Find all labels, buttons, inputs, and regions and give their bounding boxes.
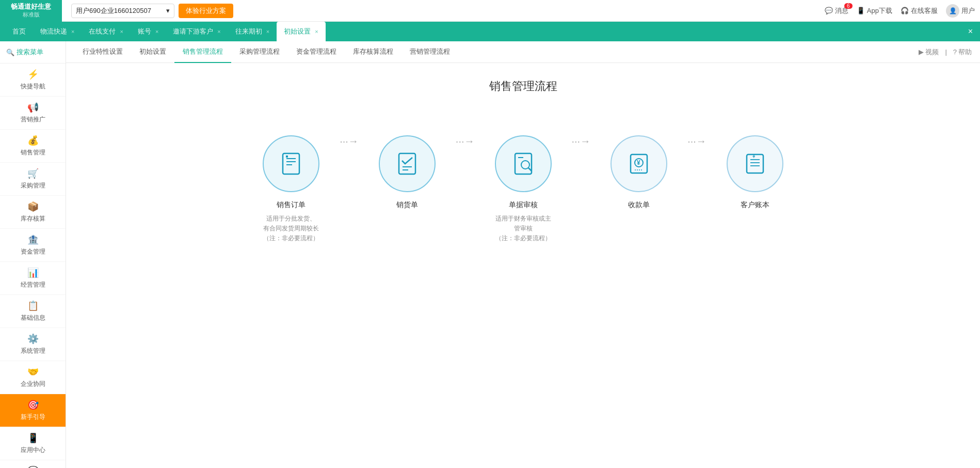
sidebar-item-collab[interactable]: 🤝 企业协同 [0, 361, 66, 394]
header-left: 畅通道好生意 标准版 用户690企业1660120507 ▾ 体验行业方案 [0, 0, 233, 22]
online-service-btn[interactable]: 🎧 在线客服 [901, 6, 938, 15]
flow-node-sales-invoice[interactable]: 销货单 [361, 135, 454, 214]
sidebar-item-marketing[interactable]: 📢 营销推广 [0, 97, 66, 130]
close-all-tabs-btn[interactable]: × [961, 27, 980, 36]
sub-tab-sales-flow[interactable]: 销售管理流程 [174, 41, 231, 63]
sidebar: 🔍 搜索菜单 ⚡ 快捷导航 📢 营销推广 💰 销售管理 🛒 采购管理 📦 库存核… [0, 41, 66, 468]
nav-tab-home[interactable]: 首页 [5, 22, 33, 41]
svg-point-9 [521, 161, 529, 169]
nav-tab-label: 邀请下游客户 [173, 27, 213, 36]
close-icon[interactable]: × [120, 28, 123, 35]
sub-tab-purchase-flow[interactable]: 采购管理流程 [231, 41, 288, 63]
nav-tab-invite[interactable]: 邀请下游客户 × [166, 22, 228, 41]
nav-tab-account[interactable]: 账号 × [131, 22, 166, 41]
header-right: 💬 消息 6 📱 App下载 🎧 在线客服 👤 用户 [825, 4, 975, 18]
sub-tab-initial[interactable]: 初始设置 [131, 41, 174, 63]
sidebar-item-label: 企业协同 [21, 380, 45, 388]
flow-arrow: ···→ [687, 135, 706, 181]
flow-desc: 适用于财务审核或主管审核（注：非必要流程） [495, 214, 551, 244]
main-layout: 🔍 搜索菜单 ⚡ 快捷导航 📢 营销推广 💰 销售管理 🛒 采购管理 📦 库存核… [0, 41, 980, 468]
nav-tab-initial-setup[interactable]: 初始设置 × [277, 22, 325, 41]
flow-arrow: ···→ [340, 135, 359, 181]
nav-tab-label: 首页 [12, 27, 26, 36]
close-icon[interactable]: × [266, 28, 269, 35]
flow-node-sales-order[interactable]: 销售订单 适用于分批发货、有合同发货周期较长（注：非必要流程） [245, 135, 338, 244]
sidebar-item-label: 资金管理 [21, 247, 45, 256]
help-label: 帮助 [958, 48, 972, 57]
sidebar-item-inventory[interactable]: 📦 库存核算 [0, 196, 66, 229]
phone-icon: 📱 [857, 7, 865, 14]
purchase-icon: 🛒 [27, 168, 39, 179]
sidebar-item-purchase[interactable]: 🛒 采购管理 [0, 163, 66, 196]
nav-tab-label: 物流快递 [40, 27, 67, 36]
flow-arrow: ···→ [572, 135, 591, 181]
user-selector[interactable]: 用户690企业1660120507 ▾ [71, 4, 174, 18]
dropdown-icon: ▾ [166, 7, 170, 14]
page-title: 销售管理流程 [87, 79, 959, 94]
sub-tab-marketing-flow[interactable]: 营销管理流程 [401, 41, 458, 63]
nav-tab-payment[interactable]: 在线支付 × [82, 22, 130, 41]
sidebar-item-app-center[interactable]: 📱 应用中心 [0, 427, 66, 460]
flow-arrow: ···→ [456, 135, 475, 181]
top-header: 畅通道好生意 标准版 用户690企业1660120507 ▾ 体验行业方案 💬 … [0, 0, 980, 22]
flow-label: 客户账本 [741, 200, 769, 210]
flow-circle [263, 135, 319, 192]
sidebar-item-sales[interactable]: 💰 销售管理 [0, 130, 66, 163]
guide-icon: 🎯 [27, 399, 39, 411]
sub-tab-industry[interactable]: 行业特性设置 [74, 41, 131, 63]
help-btn[interactable]: ? 帮助 [953, 48, 972, 57]
flow-node-receipt[interactable]: ¥ 收款单 [592, 135, 685, 214]
sidebar-item-label: 营销推广 [21, 115, 45, 124]
sub-tab-label: 行业特性设置 [83, 47, 123, 56]
sidebar-item-ops[interactable]: 📊 经营管理 [0, 262, 66, 295]
flow-node-doc-audit[interactable]: 单据审核 适用于财务审核或主管审核（注：非必要流程） [477, 135, 570, 244]
sidebar-item-fund[interactable]: 🏦 资金管理 [0, 229, 66, 262]
nav-tab-period-init[interactable]: 往来期初 × [228, 22, 277, 41]
sidebar-item-label: 销售管理 [21, 148, 45, 157]
sidebar-item-sys-mgmt[interactable]: ⚙️ 系统管理 [0, 328, 66, 361]
user-btn[interactable]: 👤 用户 [946, 4, 975, 18]
close-icon[interactable]: × [217, 28, 220, 35]
sub-tab-inventory-flow[interactable]: 库存核算流程 [345, 41, 401, 63]
flow-label: 收款单 [628, 200, 650, 210]
sidebar-item-label: 基础信息 [21, 314, 45, 322]
flow-desc: 适用于分批发货、有合同发货周期较长（注：非必要流程） [263, 214, 319, 244]
sidebar-item-basic-info[interactable]: 📋 基础信息 [0, 295, 66, 328]
divider: | [945, 48, 946, 56]
nav-tab-logistics[interactable]: 物流快递 × [33, 22, 82, 41]
sidebar-item-label: 经营管理 [21, 280, 45, 289]
sidebar-item-quick-nav[interactable]: ⚡ 快捷导航 [0, 64, 66, 97]
flow-label: 销货单 [396, 200, 418, 210]
close-icon[interactable]: × [155, 28, 158, 35]
svg-text:¥: ¥ [752, 153, 756, 159]
close-icon[interactable]: × [315, 28, 318, 35]
svg-rect-5 [399, 153, 415, 174]
flow-circle: ¥ [727, 135, 783, 192]
flow-circle: ¥ [611, 135, 667, 192]
flow-circle [495, 135, 552, 192]
app-download-btn[interactable]: 📱 App下载 [857, 6, 892, 15]
video-label: 视频 [925, 48, 939, 57]
flow-label: 销售订单 [277, 200, 306, 210]
app-download-label: App下载 [867, 6, 892, 15]
close-icon[interactable]: × [71, 28, 74, 35]
online-service-label: 在线客服 [911, 6, 938, 15]
sys-icon: ⚙️ [27, 333, 39, 345]
arrow-icon: ···→ [456, 135, 475, 147]
sidebar-item-wechat[interactable]: 💬 企业微信 [0, 460, 66, 468]
headset-icon: 🎧 [901, 7, 909, 14]
video-btn[interactable]: ▶ 视频 [919, 48, 939, 57]
try-industry-btn[interactable]: 体验行业方案 [179, 4, 233, 18]
sub-tab-label: 资金管理流程 [296, 47, 336, 56]
sub-tab-fund-flow[interactable]: 资金管理流程 [288, 41, 345, 63]
message-btn[interactable]: 💬 消息 6 [825, 6, 848, 15]
sidebar-item-label: 采购管理 [21, 181, 45, 190]
flow-node-customer-ledger[interactable]: ¥ 客户账本 [709, 135, 801, 214]
help-icon: ? [953, 48, 957, 56]
search-menu-btn[interactable]: 🔍 搜索菜单 [4, 45, 61, 59]
sidebar-item-guide[interactable]: 🎯 新手引导 [0, 394, 66, 427]
svg-rect-0 [283, 153, 299, 174]
content-area: 行业特性设置 初始设置 销售管理流程 采购管理流程 资金管理流程 库存核算流程 [66, 41, 980, 468]
sidebar-item-label: 库存核算 [21, 214, 45, 223]
app-center-icon: 📱 [27, 432, 39, 444]
